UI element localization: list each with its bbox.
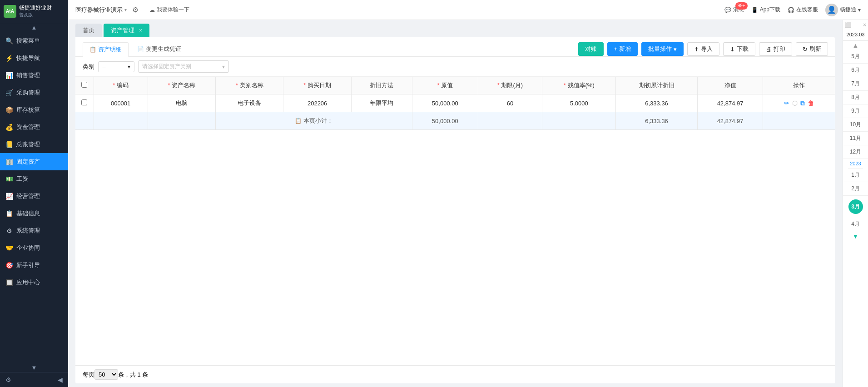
per-page-select[interactable]: 50 100 (94, 369, 118, 380)
cell-net-value: 42,874.97 (697, 94, 763, 112)
copy-icon[interactable]: ⬡ (792, 99, 798, 107)
sidebar-item-guide[interactable]: 🎯 新手引导 (0, 257, 68, 274)
customer-service-icon: 🎧 (788, 7, 794, 13)
print-label: 打印 (774, 45, 785, 53)
timeline-month-3-active[interactable]: 3月 (848, 199, 863, 214)
purchase-icon: 🛒 (5, 89, 13, 96)
user-menu-btn[interactable]: 👤 畅捷通 ▾ (825, 4, 861, 16)
experience-btn[interactable]: ☁ 我要体验一下 (149, 6, 189, 14)
sidebar-scroll-up[interactable]: ▲ (0, 23, 68, 32)
sidebar-item-operations[interactable]: 📈 经营管理 (0, 188, 68, 205)
message-icon: 💬 (724, 7, 731, 13)
sidebar-item-fixed-assets[interactable]: 🏢 固定资产 (0, 153, 68, 170)
sidebar-item-inventory[interactable]: 📦 库存核算 (0, 101, 68, 119)
th-period: 期限(月) (478, 77, 542, 94)
refresh-button[interactable]: ↻ 刷新 (796, 42, 828, 56)
sidebar-item-label: 销售管理 (16, 71, 40, 79)
sidebar-scroll-down[interactable]: ▼ (0, 363, 68, 372)
sidebar-item-label: 工资 (16, 175, 28, 183)
collapse-icon[interactable]: ◀ (58, 376, 63, 383)
sub-tab-asset-detail[interactable]: 📋 资产明细 (83, 42, 129, 57)
sidebar-item-ledger[interactable]: 📒 总账管理 (0, 136, 68, 153)
fixed-assets-icon: 🏢 (5, 158, 13, 165)
table-wrap: 编码 资产名称 类别名称 购买日期 折旧方法 原值 期限(月) 残值率(%) 期… (75, 77, 835, 365)
timeline-month-6[interactable]: 6月 (843, 64, 868, 77)
app-subtitle: 普及版 (19, 12, 52, 18)
timeline-month-1[interactable]: 1月 (843, 169, 868, 182)
sidebar-item-label: 资金管理 (16, 123, 40, 131)
timeline-months-current: 1月 2月 3月 4月 (843, 169, 868, 231)
edit-icon[interactable]: ✏ (784, 99, 789, 107)
import-button[interactable]: ⬆ 导入 (687, 42, 719, 56)
timeline-year-header: 2023.03 (847, 32, 865, 37)
category-select[interactable]: -- ▾ (98, 61, 134, 72)
company-selector[interactable]: 医疗器械行业演示 ▾ (75, 6, 127, 14)
clone-icon[interactable]: ⧉ (800, 99, 805, 107)
settings-bottom-icon[interactable]: ⚙ (5, 376, 11, 383)
timeline-month-8[interactable]: 8月 (843, 91, 868, 104)
subtotal-net-value: 42,874.97 (697, 112, 763, 130)
timeline-month-2[interactable]: 2月 (843, 182, 868, 196)
reconcile-button[interactable]: 对账 (578, 42, 604, 56)
category-select-arrow: ▾ (128, 64, 130, 70)
timeline-close-icon[interactable]: × (863, 22, 866, 28)
inventory-icon: 📦 (5, 106, 13, 114)
sidebar-item-search[interactable]: 🔍 搜索菜单 (0, 32, 68, 50)
sidebar-item-app-center[interactable]: 🔲 应用中心 (0, 274, 68, 291)
message-btn[interactable]: 💬 消息 99+ (724, 6, 744, 14)
user-name: 畅捷通 (840, 6, 856, 14)
timeline-month-10[interactable]: 10月 (843, 118, 868, 132)
reconcile-label: 对账 (585, 45, 597, 53)
import-label: 导入 (701, 45, 713, 53)
timeline-scroll-down-icon[interactable]: ▼ (853, 233, 858, 240)
sidebar-item-label: 新手引导 (16, 261, 40, 269)
sub-tab-change-voucher[interactable]: 📄 变更生成凭证 (130, 42, 188, 56)
category-placeholder: 请选择固定资产类别 (142, 63, 191, 70)
sidebar-item-fund[interactable]: 💰 资金管理 (0, 119, 68, 136)
topbar: 医疗器械行业演示 ▾ ⚙ ☁ 我要体验一下 💬 消息 99+ 📱 App下载 🎧… (68, 0, 868, 20)
customer-service-btn[interactable]: 🎧 在线客服 (788, 6, 818, 14)
customer-service-label: 在线客服 (796, 6, 818, 14)
sidebar-header: AtA 畅捷通好业财 普及版 (0, 0, 68, 23)
asset-detail-icon: 📋 (89, 46, 96, 53)
sidebar-item-base-info[interactable]: 📋 基础信息 (0, 205, 68, 222)
timeline-month-7[interactable]: 7月 (843, 77, 868, 91)
sidebar-item-payroll[interactable]: 💵 工资 (0, 170, 68, 188)
company-name: 医疗器械行业演示 (75, 6, 123, 14)
download-button[interactable]: ⬇ 下载 (723, 42, 755, 56)
print-button[interactable]: 🖨 打印 (759, 42, 792, 56)
timeline-month-11[interactable]: 11月 (843, 132, 868, 145)
delete-icon[interactable]: 🗑 (808, 99, 814, 107)
topbar-settings-icon[interactable]: ⚙ (132, 5, 139, 14)
timeline-month-12[interactable]: 12月 (843, 145, 868, 159)
tab-close-icon[interactable]: × (139, 27, 143, 34)
timeline-month-4[interactable]: 4月 (843, 218, 868, 231)
new-button[interactable]: + 新增 (607, 42, 638, 56)
th-category: 类别名称 (216, 77, 283, 94)
sidebar-bottom: ⚙ ◀ (0, 372, 68, 387)
timeline-month-9[interactable]: 9月 (843, 104, 868, 118)
timeline-month-5[interactable]: 5月 (843, 50, 868, 64)
tab-asset-mgmt[interactable]: 资产管理 × (104, 24, 149, 37)
user-dropdown-arrow: ▾ (858, 7, 861, 13)
category-input[interactable]: 请选择固定资产类别 ▾ (138, 60, 229, 73)
sidebar-item-enterprise[interactable]: 🤝 企业协同 (0, 239, 68, 257)
batch-button[interactable]: 批量操作 ▾ (641, 42, 684, 56)
tab-home[interactable]: 首页 (75, 24, 102, 37)
subtotal-initial-dep: 6,333.36 (616, 112, 698, 130)
tab-asset-mgmt-label: 资产管理 (111, 27, 134, 34)
sidebar-item-sales[interactable]: 📊 销售管理 (0, 67, 68, 84)
inner-page: 📋 资产明细 📄 变更生成凭证 对账 + 新增 (75, 37, 835, 383)
th-name: 资产名称 (148, 77, 215, 94)
message-badge: 99+ (735, 2, 748, 10)
sidebar-item-system[interactable]: ⚙ 系统管理 (0, 222, 68, 239)
sidebar-item-purchase[interactable]: 🛒 采购管理 (0, 84, 68, 101)
cell-code: 000001 (94, 94, 148, 112)
cell-residual-rate: 5.0000 (542, 94, 616, 112)
timeline-up-icon[interactable]: ▲ (851, 40, 861, 51)
sidebar-item-quick-nav[interactable]: ⚡ 快捷导航 (0, 50, 68, 67)
row-checkbox[interactable] (81, 99, 87, 105)
select-all-checkbox[interactable] (81, 82, 87, 88)
app-download-btn[interactable]: 📱 App下载 (751, 6, 780, 14)
timeline-expand-icon[interactable]: ⬜ (845, 22, 852, 28)
